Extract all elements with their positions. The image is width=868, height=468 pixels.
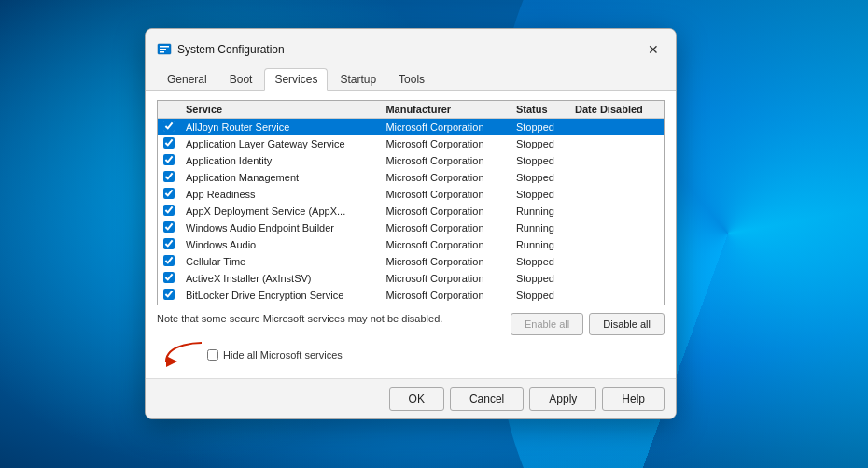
row-checkbox-cell	[158, 236, 180, 253]
row-checkbox-cell	[158, 304, 180, 305]
service-name: ActiveX Installer (AxInstSV)	[180, 270, 380, 287]
service-checkbox[interactable]	[163, 121, 175, 132]
service-manufacturer: Microsoft Corporation	[380, 304, 511, 305]
table-row[interactable]: Windows Audio Endpoint BuilderMicrosoft …	[158, 220, 664, 236]
service-name: Application Management	[180, 169, 380, 186]
service-manufacturer: Microsoft Corporation	[380, 203, 511, 220]
tab-general[interactable]: General	[157, 68, 217, 90]
service-checkbox[interactable]	[163, 238, 175, 249]
table-row[interactable]: App ReadinessMicrosoft CorporationStoppe…	[158, 186, 664, 203]
bottom-buttons: OK Cancel Apply Help	[146, 378, 676, 418]
arrow-icon	[157, 341, 203, 369]
col-service[interactable]: Service	[180, 101, 380, 119]
note-row: Note that some secure Microsoft services…	[157, 313, 665, 335]
service-checkbox[interactable]	[163, 289, 175, 300]
service-name: AppX Deployment Service (AppX...	[180, 203, 380, 220]
system-configuration-dialog: System Configuration ✕ General Boot Serv…	[145, 28, 677, 419]
service-status: Stopped	[511, 253, 569, 270]
service-manufacturer: Microsoft Corporation	[380, 253, 511, 270]
service-manufacturer: Microsoft Corporation	[380, 169, 511, 186]
service-manufacturer: Microsoft Corporation	[380, 119, 511, 136]
service-status: Stopped	[511, 186, 569, 203]
service-status: Running	[511, 203, 569, 220]
service-date-disabled	[569, 304, 664, 305]
svg-rect-2	[160, 49, 166, 50]
service-status: Stopped	[511, 152, 569, 169]
hide-microsoft-services-checkbox[interactable]	[207, 349, 218, 361]
service-date-disabled	[569, 135, 664, 152]
title-bar-left: System Configuration	[157, 42, 285, 57]
row-checkbox-cell	[158, 119, 180, 136]
service-checkbox[interactable]	[163, 255, 175, 266]
service-date-disabled	[569, 203, 664, 220]
help-button[interactable]: Help	[602, 387, 665, 411]
table-row[interactable]: Application ManagementMicrosoft Corporat…	[158, 169, 664, 186]
tab-startup[interactable]: Startup	[329, 68, 386, 90]
tab-content: Service Manufacturer Status Date Disable…	[146, 91, 676, 378]
service-manufacturer: Microsoft Corporation	[380, 186, 511, 203]
service-date-disabled	[569, 186, 664, 203]
service-name: Windows Audio Endpoint Builder	[180, 220, 380, 236]
table-row[interactable]: Application Layer Gateway ServiceMicroso…	[158, 135, 664, 152]
service-status: Stopped	[511, 119, 569, 136]
service-date-disabled	[569, 169, 664, 186]
disable-all-button[interactable]: Disable all	[589, 313, 665, 335]
service-date-disabled	[569, 220, 664, 236]
table-row[interactable]: BitLocker Drive Encryption ServiceMicros…	[158, 287, 664, 304]
enable-all-button[interactable]: Enable all	[511, 313, 583, 335]
service-date-disabled	[569, 270, 664, 287]
col-status[interactable]: Status	[511, 101, 569, 119]
dialog-title: System Configuration	[177, 43, 285, 56]
service-status: Stopped	[511, 287, 569, 304]
table-row[interactable]: ActiveX Installer (AxInstSV)Microsoft Co…	[158, 270, 664, 287]
service-checkbox[interactable]	[163, 205, 175, 216]
table-row[interactable]: AppX Deployment Service (AppX...Microsof…	[158, 203, 664, 220]
row-checkbox-cell	[158, 253, 180, 270]
tab-boot[interactable]: Boot	[219, 68, 263, 90]
table-header-row: Service Manufacturer Status Date Disable…	[158, 101, 664, 119]
col-date[interactable]: Date Disabled	[569, 101, 664, 119]
table-row[interactable]: Cellular TimeMicrosoft CorporationStoppe…	[158, 253, 664, 270]
tab-tools[interactable]: Tools	[388, 68, 435, 90]
table-row[interactable]: Application IdentityMicrosoft Corporatio…	[158, 152, 664, 169]
service-name: BitLocker Drive Encryption Service	[180, 287, 380, 304]
close-button[interactable]: ✕	[642, 38, 665, 61]
service-status: Stopped	[511, 270, 569, 287]
row-checkbox-cell	[158, 203, 180, 220]
service-date-disabled	[569, 236, 664, 253]
table-row[interactable]: Windows AudioMicrosoft CorporationRunnin…	[158, 236, 664, 253]
service-name: Application Layer Gateway Service	[180, 135, 380, 152]
table-row[interactable]: Base Filtering EngineMicrosoft Corporati…	[158, 304, 664, 305]
services-table-container[interactable]: Service Manufacturer Status Date Disable…	[157, 100, 665, 305]
table-row[interactable]: AllJoyn Router ServiceMicrosoft Corporat…	[158, 119, 664, 136]
service-date-disabled	[569, 287, 664, 304]
service-manufacturer: Microsoft Corporation	[380, 152, 511, 169]
service-name: App Readiness	[180, 186, 380, 203]
apply-button[interactable]: Apply	[529, 387, 596, 411]
service-date-disabled	[569, 152, 664, 169]
service-date-disabled	[569, 119, 664, 136]
svg-rect-1	[160, 46, 169, 48]
note-text: Note that some secure Microsoft services…	[157, 313, 501, 324]
service-status: Running	[511, 304, 569, 305]
service-checkbox[interactable]	[163, 188, 175, 199]
row-checkbox-cell	[158, 152, 180, 169]
cancel-button[interactable]: Cancel	[450, 387, 524, 411]
row-checkbox-cell	[158, 287, 180, 304]
service-checkbox[interactable]	[163, 154, 175, 165]
service-checkbox[interactable]	[163, 171, 175, 182]
row-checkbox-cell	[158, 169, 180, 186]
col-checkbox	[158, 101, 180, 119]
service-checkbox[interactable]	[163, 221, 175, 233]
title-bar: System Configuration ✕	[146, 29, 676, 61]
service-manufacturer: Microsoft Corporation	[380, 287, 511, 304]
service-checkbox[interactable]	[163, 137, 175, 149]
ok-button[interactable]: OK	[389, 387, 444, 411]
tab-services[interactable]: Services	[264, 68, 328, 91]
col-manufacturer[interactable]: Manufacturer	[380, 101, 511, 119]
service-checkbox[interactable]	[163, 272, 175, 283]
services-table: Service Manufacturer Status Date Disable…	[158, 101, 664, 305]
hide-microsoft-services-label[interactable]: Hide all Microsoft services	[207, 349, 343, 361]
service-name: Cellular Time	[180, 253, 380, 270]
service-status: Running	[511, 236, 569, 253]
